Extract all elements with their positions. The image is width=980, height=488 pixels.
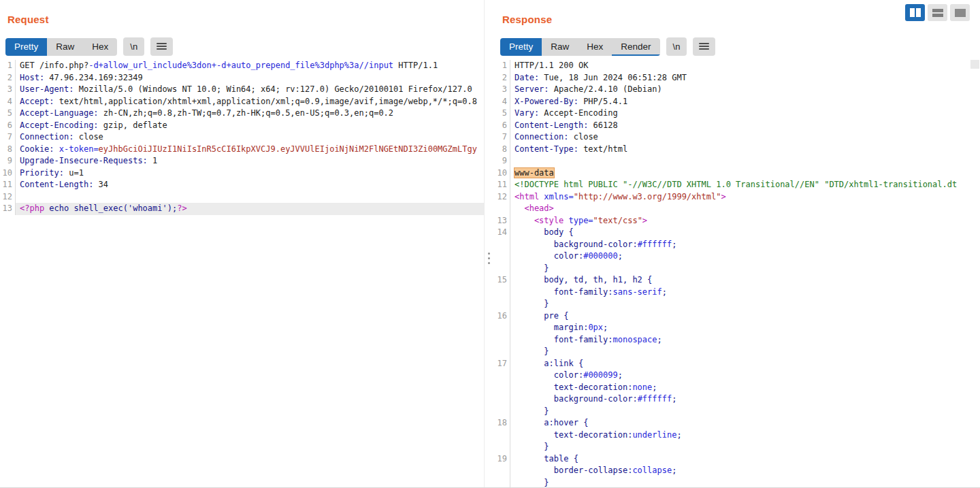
code-line: background-color:#ffffff; bbox=[495, 393, 980, 406]
split-rows-icon bbox=[932, 9, 943, 17]
code-line: 1HTTP/1.1 200 OK bbox=[495, 60, 980, 72]
code-line: } bbox=[495, 263, 980, 275]
line-number bbox=[495, 393, 510, 406]
tab-raw[interactable]: Raw bbox=[47, 38, 83, 56]
line-number: 5 bbox=[495, 108, 510, 120]
line-number: 8 bbox=[0, 144, 16, 156]
line-number: 4 bbox=[0, 96, 16, 108]
tab-render[interactable]: Render bbox=[612, 38, 659, 56]
code-line: font-family:sans-serif; bbox=[495, 287, 980, 299]
code-line: 7Connection: close bbox=[495, 131, 980, 144]
code-line: 11Content-Length: 34 bbox=[0, 179, 484, 191]
line-number: 19 bbox=[495, 453, 510, 466]
line-number: 1 bbox=[495, 60, 510, 72]
request-editor[interactable]: 1GET /info.php?-d+allow_url_include%3don… bbox=[0, 60, 484, 487]
code-line: margin:0px; bbox=[495, 322, 980, 334]
line-number bbox=[495, 370, 510, 382]
layout-switcher bbox=[905, 4, 970, 21]
line-number bbox=[495, 477, 510, 488]
tab-raw[interactable]: Raw bbox=[542, 38, 578, 56]
code-line: } bbox=[495, 346, 980, 358]
line-number bbox=[495, 263, 510, 275]
line-number: 16 bbox=[495, 310, 510, 323]
panel-splitter[interactable] bbox=[485, 0, 495, 488]
hamburger-icon bbox=[699, 43, 709, 44]
line-number bbox=[495, 334, 510, 346]
request-tab-bar: Pretty Raw Hex \n bbox=[5, 37, 173, 56]
code-line: 6Content-Length: 66128 bbox=[495, 120, 980, 132]
code-line: 15 body, td, th, h1, h2 { bbox=[495, 274, 980, 287]
code-line: 4X-Powered-By: PHP/5.4.1 bbox=[495, 96, 980, 108]
code-line: 3User-Agent: Mozilla/5.0 (Windows NT 10.… bbox=[0, 84, 484, 96]
response-editor[interactable]: 1HTTP/1.1 200 OK2Date: Tue, 18 Jun 2024 … bbox=[495, 60, 980, 487]
line-number: 1 bbox=[0, 60, 16, 72]
line-number: 17 bbox=[495, 358, 510, 370]
response-panel-title: Response bbox=[502, 14, 552, 25]
line-number bbox=[495, 203, 510, 215]
code-line: 8Content-Type: text/html bbox=[495, 144, 980, 156]
newline-toggle-button[interactable]: \n bbox=[666, 37, 687, 56]
code-line: } bbox=[495, 441, 980, 453]
code-line: 12 bbox=[0, 191, 484, 204]
line-number: 2 bbox=[0, 72, 16, 84]
code-line: 10www-data bbox=[495, 167, 980, 180]
code-line: font-family:monospace; bbox=[495, 334, 980, 346]
code-line: color:#000099; bbox=[495, 370, 980, 382]
hamburger-icon bbox=[157, 43, 167, 44]
tab-hex[interactable]: Hex bbox=[578, 38, 612, 56]
line-number: 11 bbox=[0, 179, 16, 191]
line-number bbox=[495, 441, 510, 453]
line-number: 11 bbox=[495, 179, 510, 191]
single-pane-icon bbox=[955, 9, 966, 17]
tab-hex[interactable]: Hex bbox=[83, 38, 117, 56]
line-number bbox=[495, 382, 510, 394]
line-number bbox=[495, 429, 510, 442]
single-pane-button[interactable] bbox=[950, 4, 970, 21]
line-number bbox=[495, 465, 510, 477]
menu-button[interactable] bbox=[693, 37, 715, 56]
code-line: 9 bbox=[495, 155, 980, 167]
code-line: 5Vary: Accept-Encoding bbox=[495, 108, 980, 120]
tab-pretty[interactable]: Pretty bbox=[500, 38, 542, 56]
scrollbar-thumb[interactable] bbox=[970, 60, 979, 69]
request-panel: Request Pretty Raw Hex \n 1GET /info.php… bbox=[0, 0, 485, 488]
code-line: } bbox=[495, 406, 980, 418]
request-view-tabs: Pretty Raw Hex bbox=[5, 38, 117, 56]
code-line: color:#000000; bbox=[495, 250, 980, 263]
line-number: 7 bbox=[0, 131, 16, 144]
line-number: 3 bbox=[0, 84, 16, 96]
code-line: 19 table { bbox=[495, 453, 980, 466]
split-columns-button[interactable] bbox=[905, 4, 925, 21]
line-number: 12 bbox=[0, 191, 16, 204]
code-line: text-decoration:none; bbox=[495, 382, 980, 394]
code-line: } bbox=[495, 477, 980, 488]
line-number: 6 bbox=[0, 120, 16, 132]
code-line: } bbox=[495, 298, 980, 310]
code-line: 18 a:hover { bbox=[495, 417, 980, 429]
newline-toggle-button[interactable]: \n bbox=[123, 37, 144, 56]
line-number: 14 bbox=[495, 227, 510, 239]
line-number: 18 bbox=[495, 417, 510, 429]
menu-button[interactable] bbox=[150, 37, 173, 56]
code-line: 17 a:link { bbox=[495, 358, 980, 370]
line-number bbox=[495, 346, 510, 358]
code-line: 13 <style type="text/css"> bbox=[495, 215, 980, 227]
line-number bbox=[495, 250, 510, 263]
split-rows-button[interactable] bbox=[928, 4, 947, 21]
code-line: border-collapse:collapse; bbox=[495, 465, 980, 477]
code-line: 10Priority: u=1 bbox=[0, 167, 484, 180]
tab-pretty[interactable]: Pretty bbox=[5, 38, 47, 56]
line-number: 2 bbox=[495, 72, 510, 84]
line-number: 8 bbox=[495, 144, 510, 156]
line-number: 10 bbox=[495, 167, 510, 180]
line-number: 13 bbox=[0, 203, 16, 215]
line-number bbox=[495, 287, 510, 299]
code-line: 8Cookie: x-token=eyJhbGciOiJIUzI1NiIsInR… bbox=[0, 144, 484, 156]
request-panel-title: Request bbox=[7, 14, 49, 25]
line-number bbox=[495, 298, 510, 310]
code-line: 12<html xmlns="http://www.w3.org/1999/xh… bbox=[495, 191, 980, 204]
code-line: 3Server: Apache/2.4.10 (Debian) bbox=[495, 84, 980, 96]
line-number: 6 bbox=[495, 120, 510, 132]
line-number: 15 bbox=[495, 274, 510, 287]
line-number: 13 bbox=[495, 215, 510, 227]
